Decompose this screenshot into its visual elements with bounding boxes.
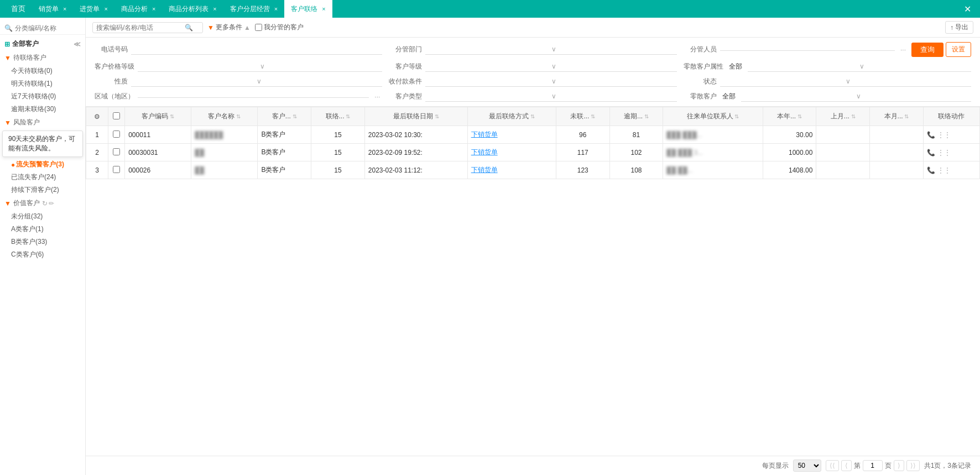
sidebar-item-today[interactable]: 今天待联络(0) (0, 65, 85, 77)
col-header-overdue[interactable]: 逾期... (609, 107, 663, 126)
nav-tab-customer-contact[interactable]: 客户联络 × (284, 0, 332, 18)
chevron-dept-icon: ∨ (551, 45, 675, 53)
filter-price-grade-select[interactable]: ∨ (138, 61, 382, 72)
filter-region-more[interactable]: ··· (372, 93, 382, 101)
filter-dept-select[interactable]: ∨ (425, 44, 676, 55)
row-checkbox-2[interactable] (108, 161, 125, 179)
row-name-0: ██████ (191, 126, 258, 144)
settings-col-header[interactable]: ⚙ (86, 107, 108, 126)
row-checkbox-1[interactable] (108, 144, 125, 161)
nav-tab-sales[interactable]: 销货单 × (32, 0, 73, 18)
sidebar-item-a-class[interactable]: A类客户(1) (0, 223, 85, 236)
query-button[interactable]: 查询 (911, 43, 943, 57)
col-header-lastdate[interactable]: 最后联络日期 (364, 107, 467, 126)
col-header-thismonth[interactable]: 本月... (870, 107, 924, 126)
col-header-type[interactable]: 客户... (258, 107, 311, 126)
close-customer-tier-tab[interactable]: × (274, 0, 278, 18)
sidebar-section-value[interactable]: ▼ 价值客户 ↻ ✏ (0, 196, 85, 210)
nav-tab-analysis-list[interactable]: 商品分析列表 × (162, 0, 223, 18)
sidebar-item-overdue[interactable]: 逾期未联络(30) (0, 103, 85, 116)
refresh-value-icon[interactable]: ↻ (42, 200, 48, 207)
row-checkbox-0[interactable] (108, 126, 125, 144)
action-phone-1[interactable]: 📞 (927, 149, 935, 156)
search-input[interactable] (96, 24, 185, 32)
col-header-contact[interactable]: 联络... (311, 107, 365, 126)
row-uncontacted-0: 96 (556, 126, 609, 144)
col-header-contactperson[interactable]: 往来单位联系人 (663, 107, 763, 126)
checkbox-col-header[interactable] (108, 107, 125, 126)
next-page-button[interactable]: ⟩ (894, 460, 904, 471)
action-phone-2[interactable]: 📞 (927, 166, 935, 174)
collapse-icon: ≪ (74, 40, 81, 48)
filter-retail-customer-select[interactable]: ∨ (741, 91, 971, 102)
col-header-uncontacted[interactable]: 未联... (556, 107, 609, 126)
nav-tab-customer-tier[interactable]: 客户分层经营 × (223, 0, 284, 18)
my-customers-checkbox[interactable] (255, 24, 262, 31)
filter-person-more[interactable]: ··· (898, 46, 908, 54)
last-page-button[interactable]: ⟩⟩ (906, 460, 920, 471)
close-analysis-tab[interactable]: × (152, 0, 155, 18)
close-purchase-tab[interactable]: × (104, 0, 107, 18)
filter-retail-attr-select[interactable]: ∨ (748, 61, 971, 72)
sidebar-section-pending[interactable]: ▼ 待联络客户 (0, 51, 85, 65)
col-header-code[interactable]: 客户编码 (125, 107, 191, 126)
close-sales-tab[interactable]: × (63, 0, 66, 18)
select-all-checkbox[interactable] (113, 112, 120, 119)
edit-value-icon[interactable]: ✏ (49, 200, 54, 207)
action-more-2[interactable]: ⋮⋮ (937, 166, 951, 174)
sidebar-item-ungrouped[interactable]: 未分组(32) (0, 210, 85, 223)
row-lastmethod-2[interactable]: 下销货单 (467, 161, 556, 179)
my-customers-label[interactable]: 我分管的客户 (255, 23, 304, 32)
action-more-0[interactable]: ⋮⋮ (937, 131, 951, 139)
filter-customer-grade-select[interactable]: ∨ (425, 61, 676, 72)
row-lastmethod-0[interactable]: 下销货单 (467, 126, 556, 144)
action-phone-0[interactable]: 📞 (927, 131, 935, 139)
first-page-button[interactable]: ⟨⟨ (826, 460, 839, 471)
nav-tab-analysis[interactable]: 商品分析 × (114, 0, 162, 18)
page-size-select[interactable]: 20 50 100 (793, 460, 821, 472)
sidebar-item-7days[interactable]: 近7天待联络(0) (0, 90, 85, 103)
filter-customer-grade: 客户等级 ∨ (389, 61, 676, 72)
prev-page-button[interactable]: ⟨ (841, 460, 852, 471)
sidebar-item-churned[interactable]: 已流失客户(24) (0, 171, 85, 184)
page-total-label: 页 (885, 461, 892, 471)
row-contactperson-1: ██ ███ 3... (663, 144, 763, 161)
row-lastdate-0: 2023-03-02 10:30: (364, 126, 467, 144)
sidebar-item-b-class[interactable]: B类客户(33) (0, 236, 85, 248)
action-more-1[interactable]: ⋮⋮ (937, 149, 951, 156)
filter-payment-select[interactable]: ∨ (425, 76, 676, 87)
row-lastmonth-0 (816, 126, 870, 144)
filter-customer-type-select[interactable]: ∨ (425, 91, 676, 102)
filter-status-select[interactable]: ∨ (720, 76, 971, 87)
col-header-lastmethod[interactable]: 最后联络方式 (467, 107, 556, 126)
chevron-pricegrd-icon: ∨ (260, 62, 380, 70)
chevron-retailattr-icon: ∨ (859, 62, 969, 70)
sidebar-root-header[interactable]: ⊞ 全部客户 ≪ (0, 37, 85, 51)
window-close-button[interactable]: ✕ (960, 4, 976, 14)
nav-tab-purchase[interactable]: 进货单 × (73, 0, 114, 18)
filter-person-select[interactable] (720, 48, 895, 51)
sidebar-item-declining[interactable]: 持续下滑客户(2) (0, 184, 85, 196)
close-analysis-list-tab[interactable]: × (213, 0, 216, 18)
filter-nature-select[interactable]: ∨ (131, 76, 382, 87)
sidebar-search-icon: 🔍 (4, 24, 13, 32)
filter-toggle[interactable]: ▼ 更多条件 ▲ (207, 23, 251, 32)
export-button[interactable]: ↑ 导出 (945, 21, 973, 34)
row-lastmethod-1[interactable]: 下销货单 (467, 144, 556, 161)
filter-phone-input[interactable] (131, 44, 382, 55)
row-actions-1: 📞 ⋮⋮ (923, 144, 979, 161)
col-header-thisyear[interactable]: 本年... (763, 107, 816, 126)
sidebar-search-input[interactable] (15, 24, 81, 32)
col-header-name[interactable]: 客户名称 (191, 107, 258, 126)
filter-region-select[interactable] (138, 95, 369, 98)
nav-tab-home[interactable]: 首页 (4, 0, 32, 18)
sidebar-section-risk[interactable]: ▼ 风险客户 (0, 116, 85, 129)
col-header-lastmonth[interactable]: 上月... (816, 107, 870, 126)
sidebar-item-c-class[interactable]: C类客户(6) (0, 248, 85, 261)
close-customer-contact-tab[interactable]: × (322, 0, 325, 18)
page-number-input[interactable] (863, 460, 883, 471)
search-icon[interactable]: 🔍 (185, 24, 193, 32)
setting-button[interactable]: 设置 (946, 42, 971, 57)
sidebar-item-churn-warning[interactable]: ● 流失预警客户(3) (0, 158, 85, 171)
sidebar-item-tomorrow[interactable]: 明天待联络(1) (0, 77, 85, 90)
